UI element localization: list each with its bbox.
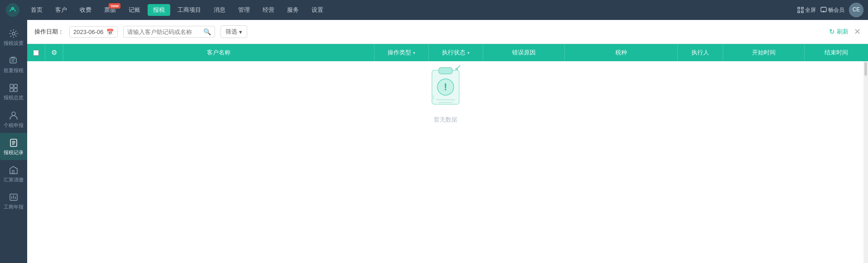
nav-item-票据[interactable]: 票据new	[99, 4, 121, 16]
business-report-icon	[8, 192, 19, 203]
personal-tax-icon	[8, 110, 19, 121]
th-startTime: 开始时间	[723, 44, 805, 61]
scrollbar[interactable]	[863, 61, 868, 263]
search-box[interactable]: 🔍	[123, 26, 215, 38]
svg-text:CE: CE	[853, 6, 860, 13]
sidebar-item-报税记录[interactable]: 报税记录	[0, 133, 27, 160]
svg-point-7	[823, 11, 825, 12]
nav-item-记账[interactable]: 记账	[123, 4, 146, 16]
date-value: 2023-06-06	[73, 29, 104, 35]
refresh-button[interactable]: ↻ 刷新	[829, 28, 849, 36]
svg-rect-18	[12, 170, 14, 174]
nav-right: 全屏 畅会员 CE	[797, 3, 863, 17]
calendar-icon: 📅	[106, 29, 114, 35]
sidebar-item-个税申报[interactable]: 个税申报	[0, 106, 27, 133]
column-settings-icon[interactable]: ⚙	[51, 49, 57, 57]
nav-item-工商项目[interactable]: 工商项目	[172, 4, 206, 16]
th-settings: ⚙	[45, 44, 63, 61]
nav-item-服务[interactable]: 服务	[282, 4, 304, 16]
select-all-checkbox[interactable]	[33, 50, 39, 56]
svg-text:!: !	[444, 81, 447, 93]
svg-rect-21	[439, 68, 452, 74]
svg-rect-15	[14, 88, 17, 92]
refresh-icon: ↻	[829, 28, 835, 36]
empty-illustration: !	[423, 61, 468, 111]
sidebar-item-报税设置[interactable]: 报税设置	[0, 24, 27, 51]
sidebar-item-批量报税[interactable]: 批量报税	[0, 51, 27, 78]
nav-item-报税[interactable]: 报税	[148, 4, 170, 16]
th-opType[interactable]: 操作类型 ▾	[374, 44, 429, 61]
top-nav: 首页客户收费票据new记账报税工商项目消息管理经营服务设置 全屏 畅会员 CE	[0, 0, 868, 20]
table-body-wrap: ! 暂无数据	[27, 61, 868, 263]
app-logo	[5, 2, 21, 18]
fullscreen-button[interactable]: 全屏	[797, 6, 816, 14]
sidebar-label-汇算清缴: 汇算清缴	[4, 177, 24, 183]
sort-icon-opType: ▾	[413, 50, 415, 55]
overview-tax-icon	[8, 83, 19, 93]
th-checkbox	[27, 44, 45, 61]
avatar[interactable]: CE	[849, 3, 863, 17]
svg-rect-3	[801, 7, 803, 9]
sidebar-item-报税总览[interactable]: 报税总览	[0, 78, 27, 105]
member-label: 畅会员	[828, 6, 844, 14]
sidebar-label-个税申报: 个税申报	[4, 122, 24, 128]
nav-badge-票据: new	[109, 3, 120, 9]
th-execStatus[interactable]: 执行状态 ▾	[429, 44, 483, 61]
nav-item-收费[interactable]: 收费	[74, 4, 97, 16]
table-container: ⚙客户名称操作类型 ▾执行状态 ▾错误原因税种执行人开始时间结束时间 !	[27, 44, 868, 263]
sidebar-label-报税设置: 报税设置	[4, 40, 24, 46]
batch-tax-icon	[8, 55, 19, 66]
nav-items: 首页客户收费票据new记账报税工商项目消息管理经营服务设置	[25, 4, 797, 16]
close-button[interactable]: ✕	[854, 27, 861, 37]
fullscreen-label: 全屏	[805, 6, 816, 14]
svg-rect-2	[798, 7, 800, 9]
sidebar-label-报税记录: 报税记录	[4, 150, 24, 156]
th-endTime: 结束时间	[805, 44, 868, 61]
nav-item-经营[interactable]: 经营	[257, 4, 280, 16]
svg-rect-13	[14, 84, 17, 88]
toolbar-right: ↻ 刷新 ✕	[829, 27, 861, 37]
svg-rect-14	[10, 88, 13, 92]
table-header: ⚙客户名称操作类型 ▾执行状态 ▾错误原因税种执行人开始时间结束时间	[27, 44, 868, 61]
empty-text: 暂无数据	[434, 116, 457, 124]
nav-item-消息[interactable]: 消息	[208, 4, 231, 16]
main-layout: 报税设置批量报税报税总览个税申报报税记录汇算清缴工商年报 操作日期： 2023-…	[0, 20, 868, 263]
svg-rect-12	[10, 84, 13, 88]
svg-point-10	[12, 32, 15, 35]
svg-rect-11	[10, 58, 16, 63]
sort-icon-execStatus: ▾	[467, 50, 470, 55]
sidebar-label-批量报税: 批量报税	[4, 68, 24, 73]
th-taxType: 税种	[565, 44, 678, 61]
sidebar: 报税设置批量报税报税总览个税申报报税记录汇算清缴工商年报	[0, 20, 27, 263]
sidebar-item-工商年报[interactable]: 工商年报	[0, 187, 27, 214]
scroll-thumb[interactable]	[864, 62, 867, 76]
filter-button[interactable]: 筛选 ▾	[221, 25, 247, 38]
chevron-down-icon: ▾	[239, 29, 242, 35]
nav-item-客户[interactable]: 客户	[50, 4, 72, 16]
search-input[interactable]	[127, 29, 203, 35]
member-button[interactable]: 畅会员	[820, 6, 844, 14]
record-tax-icon	[8, 137, 19, 148]
refresh-label: 刷新	[837, 28, 849, 36]
svg-point-16	[12, 112, 15, 116]
date-label: 操作日期：	[34, 28, 64, 36]
annual-tax-icon	[8, 165, 19, 175]
nav-item-首页[interactable]: 首页	[25, 4, 48, 16]
empty-state: ! 暂无数据	[27, 61, 863, 124]
sidebar-label-报税总览: 报税总览	[4, 95, 24, 101]
settings-tax-icon	[8, 28, 19, 39]
content-area: 操作日期： 2023-06-06 📅 🔍 筛选 ▾ ↻ 刷新 ✕	[27, 20, 868, 263]
svg-rect-5	[801, 11, 803, 13]
table-body: ! 暂无数据	[27, 61, 863, 263]
sidebar-item-汇算清缴[interactable]: 汇算清缴	[0, 160, 27, 187]
sidebar-label-工商年报: 工商年报	[4, 204, 24, 210]
toolbar: 操作日期： 2023-06-06 📅 🔍 筛选 ▾ ↻ 刷新 ✕	[27, 20, 868, 44]
svg-rect-4	[798, 11, 800, 13]
svg-point-1	[11, 7, 14, 10]
th-executor: 执行人	[678, 44, 723, 61]
filter-label: 筛选	[225, 28, 237, 36]
nav-item-设置[interactable]: 设置	[306, 4, 329, 16]
nav-item-管理[interactable]: 管理	[233, 4, 255, 16]
date-input[interactable]: 2023-06-06 📅	[69, 26, 118, 38]
search-icon: 🔍	[203, 28, 211, 35]
